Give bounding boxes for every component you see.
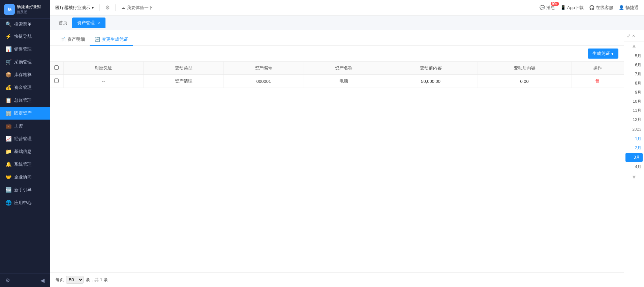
messages-btn[interactable]: 💬 消息 99+ (540, 5, 555, 11)
sidebar-item-label: 资金管理 (14, 85, 32, 91)
row-action-cell: 🗑 (571, 75, 624, 88)
settings-icon[interactable]: ⚙ (5, 277, 10, 284)
sidebar-item-app-center[interactable]: 🌐 应用中心 (0, 196, 50, 209)
table-header-row: 对应凭证 变动类型 资产编号 资产名称 变动前内容 变动后内容 操作 (50, 62, 624, 75)
sidebar-item-label: 库存核算 (14, 72, 32, 78)
year-section-2023: 1月 2月 3月 4月 (624, 133, 644, 173)
sub-tab-asset-detail[interactable]: 📄 资产明细 (55, 34, 90, 46)
month-item-4[interactable]: 4月 (624, 162, 644, 171)
purchase-icon: 🛒 (5, 59, 11, 65)
per-page-label: 每页 (55, 277, 64, 283)
sidebar-item-label: 应用中心 (14, 200, 32, 206)
sidebar-item-label: 系统管理 (14, 161, 32, 167)
sidebar-item-label: 采购管理 (14, 59, 32, 65)
generate-voucher-button[interactable]: 生成凭证 ▾ (588, 49, 618, 59)
sidebar-item-label: 基础信息 (14, 149, 32, 155)
sidebar-item-enterprise[interactable]: 🤝 企业协同 (0, 171, 50, 184)
tab-asset-management[interactable]: 资产管理 × (72, 18, 105, 28)
sidebar-item-label: 工资 (14, 123, 23, 129)
sidebar-search[interactable]: 🔍 搜索菜单 (0, 19, 50, 30)
asset-detail-icon: 📄 (60, 37, 66, 42)
month-item-2[interactable]: 2月 (624, 144, 644, 153)
content-area: 📄 资产明细 🔄 变更生成凭证 生成凭证 ▾ (50, 30, 644, 287)
select-all-th (50, 62, 63, 75)
month-item-8[interactable]: 8月 (624, 79, 644, 88)
app-download-label: App下载 (567, 5, 584, 11)
total-label: 条，共 1 条 (86, 277, 108, 283)
month-item-12[interactable]: 12月 (624, 115, 644, 124)
app-center-icon: 🌐 (5, 200, 11, 206)
month-item-6[interactable]: 6月 (624, 61, 644, 70)
tab-home[interactable]: 首页 (55, 18, 71, 28)
sidebar-item-quick-nav[interactable]: ⚡ 快捷导航 (0, 30, 50, 43)
try-feature-btn[interactable]: ☁ 我要体验一下 (121, 5, 153, 11)
sidebar-item-inventory[interactable]: 📦 库存核算 (0, 68, 50, 81)
right-panel-expand-icon[interactable]: ⤢ (627, 33, 631, 38)
sub-tab-change-voucher[interactable]: 🔄 变更生成凭证 (90, 34, 133, 46)
guide-icon: 🆕 (5, 187, 11, 193)
row-checkbox[interactable] (54, 78, 59, 83)
th-asset-name: 资产名称 (304, 62, 384, 75)
sidebar-item-basic-info[interactable]: 📁 基础信息 (0, 145, 50, 158)
data-table: 对应凭证 变动类型 资产编号 资产名称 变动前内容 变动后内容 操作 (50, 62, 624, 88)
delete-icon[interactable]: 🗑 (595, 78, 600, 84)
user-label: 畅捷通 (625, 5, 639, 11)
sidebar-item-finance[interactable]: 💰 资金管理 (0, 81, 50, 94)
tab-close-icon[interactable]: × (98, 20, 101, 25)
sidebar-item-system[interactable]: 🔔 系统管理 (0, 158, 50, 171)
finance-icon: 💰 (5, 85, 11, 91)
sidebar-item-guide[interactable]: 🆕 新手引导 (0, 184, 50, 196)
generate-voucher-label: 生成凭证 (592, 51, 610, 57)
row-asset-name: 电脑 (304, 75, 384, 88)
th-action: 操作 (571, 62, 624, 75)
sidebar-item-salary[interactable]: 💼 工资 (0, 120, 50, 132)
tab-label: 资产管理 (77, 20, 95, 25)
nav-arrow-down[interactable]: ▼ (624, 173, 644, 182)
th-change-type: 变动类型 (144, 62, 224, 75)
company-name: 医疗器械行业演示 (55, 5, 90, 11)
month-item-9[interactable]: 9月 (624, 88, 644, 97)
nav-arrow-up[interactable]: ▲ (624, 41, 644, 50)
enterprise-icon: 🤝 (5, 174, 11, 180)
app-download-btn[interactable]: 📱 App下载 (560, 5, 584, 11)
month-item-3[interactable]: 3月 (625, 153, 643, 162)
messages-icon: 💬 (540, 5, 545, 10)
search-icon: 🔍 (5, 21, 11, 27)
company-selector[interactable]: 医疗器械行业演示 ▾ (55, 5, 94, 11)
row-after-change: 0.00 (478, 75, 571, 88)
system-icon: 🔔 (5, 161, 11, 167)
select-all-checkbox[interactable] (54, 65, 59, 70)
year-section-prev: 5月 6月 7月 8月 9月 10月 11月 12月 (624, 50, 644, 126)
topbar-divider2 (115, 4, 116, 11)
messages-badge: 99+ (551, 2, 559, 6)
app-version: 普及版 (17, 10, 41, 14)
month-item-10[interactable]: 10月 (624, 97, 644, 106)
month-item-1[interactable]: 1月 (624, 134, 644, 144)
right-panel-close-icon[interactable]: × (632, 33, 635, 38)
customer-service-btn[interactable]: 🎧 在线客服 (589, 5, 613, 11)
sidebar-item-sales[interactable]: 📊 销售管理 (0, 43, 50, 56)
salary-icon: 💼 (5, 123, 11, 129)
month-item-11[interactable]: 11月 (624, 106, 644, 115)
sidebar-item-label: 销售管理 (14, 46, 32, 52)
cloud-icon: ☁ (121, 5, 125, 10)
month-item-7[interactable]: 7月 (624, 70, 644, 79)
per-page-select[interactable]: 10 20 50 100 (66, 276, 84, 284)
sidebar: 畅 畅捷通好业财 普及版 🔍 搜索菜单 ⚡ 快捷导航 📊 销售管理 🛒 采购管理… (0, 0, 50, 287)
row-asset-no: 000001 (224, 75, 304, 88)
topbar-right: 💬 消息 99+ 📱 App下载 🎧 在线客服 👤 畅捷通 (540, 5, 639, 11)
right-panel-icons: ⤢ × (627, 33, 635, 38)
sidebar-item-ledger[interactable]: 📋 总账管理 (0, 94, 50, 107)
topbar-settings-icon[interactable]: ⚙ (105, 4, 110, 11)
sidebar-item-purchase[interactable]: 🛒 采购管理 (0, 56, 50, 68)
user-btn[interactable]: 👤 畅捷通 (619, 5, 639, 11)
month-item-5[interactable]: 5月 (624, 52, 644, 61)
sub-tabs: 📄 资产明细 🔄 变更生成凭证 (50, 30, 624, 46)
sidebar-item-management[interactable]: 📈 经营管理 (0, 132, 50, 145)
collapse-icon[interactable]: ◀ (40, 277, 44, 284)
inventory-icon: 📦 (5, 72, 11, 78)
sidebar-item-label: 固定资产 (14, 110, 32, 116)
app-name: 畅捷通好业财 (17, 4, 41, 10)
fixed-assets-icon: 🏢 (5, 110, 11, 116)
sidebar-item-fixed-assets[interactable]: 🏢 固定资产 (0, 107, 50, 120)
